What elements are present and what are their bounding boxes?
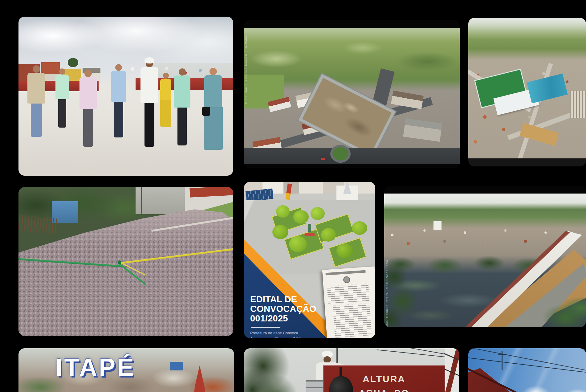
red-flowers [304,233,315,236]
hard-hat [144,57,154,63]
plaza-tree [311,207,325,220]
result-tile-itape-banner[interactable]: ITAPÉ [18,348,234,392]
aerial-photo [468,18,586,158]
person-figure [24,65,49,137]
torso [79,77,97,109]
church-white [433,221,442,230]
torso [140,67,158,103]
result-tile-cobblestone-road[interactable] [18,187,233,336]
aerial-photo [244,28,460,164]
white-structure-right [445,348,459,392]
handbag [202,107,210,116]
mist [468,18,586,39]
watermark-line: Jornal Grande Bahia [385,260,389,291]
watermark-line: Fotos: Manuella Pereira [245,67,248,104]
document-crest [343,276,350,283]
result-tile-aerial-sports-complex[interactable] [468,18,586,166]
person-figure [76,70,100,147]
antenna [502,351,503,370]
roundabout [330,145,351,163]
legs [160,100,171,127]
document-page [322,266,375,338]
plaza-tree [272,225,288,239]
plaza-tree [293,210,309,224]
edital-title-line2: CONVOCAÇÃO [250,304,316,314]
legs [58,99,66,128]
legs [177,108,187,145]
document-header-bar [326,270,366,275]
head [59,68,65,75]
torso [204,75,222,107]
legs [144,103,154,147]
person-figure [171,68,193,145]
car-dot [321,158,325,160]
edital-underline [251,327,280,328]
lamp-body [329,376,353,392]
foreground-palms [384,264,424,326]
apartment-block [570,91,586,118]
result-tile-people-walking[interactable] [18,17,233,176]
head [84,70,92,77]
itape-banner-text: ITAPÉ [28,353,163,382]
building-block [391,91,424,109]
result-tile-river-bridge[interactable]: Fotos: Manuella Pereira Jornal Grande Ba… [384,186,586,327]
torso [160,79,171,100]
edital-subtitle-line1: Prefeitura de Itapé Convoca [250,330,305,336]
aerial-photo [384,194,586,327]
signal-lamp [327,367,355,392]
head [324,356,331,363]
lamp-bracket [340,367,342,377]
tree-left [244,348,306,392]
gray-wall [136,187,185,214]
person-figure [108,64,129,137]
legs [83,109,93,147]
head [179,68,186,76]
plaza-tree [336,243,353,258]
edital-title-line1: EDITAL DE [250,295,316,304]
plaza-tree [352,221,367,235]
plaza-tree [289,236,307,252]
church-spire-red [191,365,208,392]
edital-subtitle-line2: Aprovados no Concurso Público [250,336,305,338]
legs [114,102,123,137]
cloud-puffs [515,376,586,392]
torso [111,71,126,102]
result-tile-sky-rooftop[interactable] [468,348,586,392]
torso [174,76,190,108]
document-text-lines [327,284,370,304]
head [33,65,40,73]
watermark-line: Fotos: Manuella Pereira [385,292,389,327]
utility-pole [141,187,142,214]
legs [31,104,42,137]
asphalt-foreground [244,148,460,164]
edital-subtitle: Prefeitura de Itapé Convoca Aprovados no… [250,330,305,338]
torso [55,75,69,99]
image-results-page: { "page": { "background": "#000000" }, "… [0,0,586,392]
head [210,68,217,75]
watermark-line: Jornal Grande Bahia [245,35,248,67]
antenna-crossbar [498,354,507,355]
monument [308,224,311,232]
result-tile-altura-sign[interactable]: ALTURA AGUA DO [244,348,459,392]
ribbon-knot [118,260,121,264]
result-tile-aerial-construction[interactable]: Fotos: Manuella Pereira Jornal Grande Ba… [244,20,460,168]
plaza-tree [321,228,336,242]
plaza-tree [276,205,290,218]
edital-title-line3: 001/2025 [250,314,316,323]
photo-watermark: Fotos: Manuella Pereira Jornal Grande Ba… [245,35,248,104]
building-block [403,118,442,142]
head [115,64,122,71]
torso [27,73,45,104]
grass-bottom-right [535,295,586,327]
head [163,73,169,79]
photo-watermark: Fotos: Manuella Pereira Jornal Grande Ba… [385,260,389,327]
person-figure [53,68,71,128]
blue-building [170,362,183,370]
document-text-lines [333,303,372,338]
palm-tree [68,58,78,67]
result-tile-edital-convocacao[interactable]: EDITAL DE CONVOCAÇÃO 001/2025 Prefeitura… [244,182,375,338]
edital-title: EDITAL DE CONVOCAÇÃO 001/2025 [250,295,316,323]
